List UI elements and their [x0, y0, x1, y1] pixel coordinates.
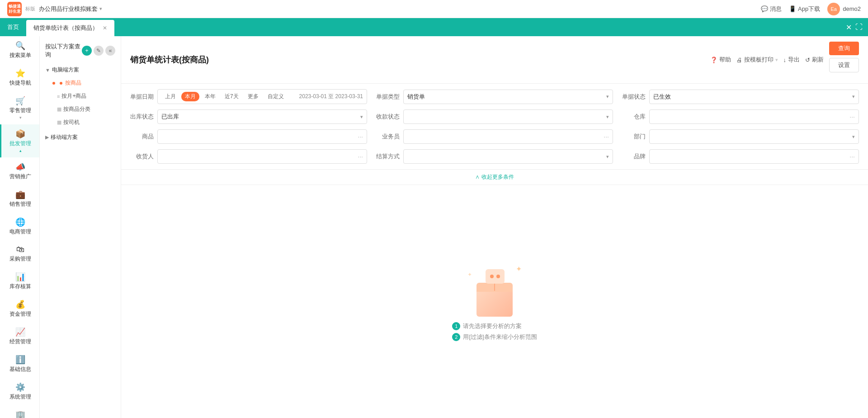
- date-tab-this-month[interactable]: 本月: [181, 92, 199, 101]
- sidebar-item-purchase[interactable]: 🛍 采购管理: [0, 240, 39, 267]
- doc-type-control[interactable]: 销货单 ▾: [403, 90, 613, 104]
- finance-label: 资金管理: [9, 310, 31, 318]
- doc-type-chevron: ▾: [606, 94, 609, 100]
- filter-dept: 部门 ▾: [622, 129, 859, 144]
- brand-dots[interactable]: ···: [849, 153, 855, 160]
- mobile-scheme-group: ▶ 移动端方案: [40, 131, 121, 144]
- purchase-icon: 🛍: [16, 245, 24, 254]
- sparkle-1: ✦: [516, 265, 522, 273]
- refresh-btn[interactable]: ↺ 刷新: [805, 56, 824, 64]
- message-btn[interactable]: 💬 消息: [761, 5, 782, 13]
- desktop-group-label: 电脑端方案: [52, 66, 79, 74]
- settings-button[interactable]: 设置: [829, 58, 859, 72]
- marketing-icon: 📣: [15, 162, 25, 172]
- tab-close-btn[interactable]: ✕: [103, 25, 107, 31]
- app-logo: 畅捷通好生意: [7, 2, 22, 16]
- tab-home[interactable]: 首页: [0, 18, 26, 36]
- dept-control[interactable]: ▾: [649, 129, 859, 144]
- brand-control[interactable]: ···: [649, 149, 859, 164]
- sidebar-item-wholesale[interactable]: 📦 批发管理 ▴: [0, 124, 39, 157]
- warehouse-dots[interactable]: ···: [849, 113, 855, 120]
- print-btn[interactable]: 🖨 按模板打印 ▾: [736, 56, 778, 64]
- app-download-btn[interactable]: 📱 App下载: [789, 5, 820, 13]
- tab-expand-btn[interactable]: ⛶: [855, 23, 863, 31]
- filter-row-1: 单据日期 上月 本月 本年 近7天 更多 自定义 2023-03-01 至 20…: [130, 89, 859, 104]
- retail-label: 零售管理: [9, 107, 31, 114]
- box-top: [476, 283, 513, 292]
- account-dropdown[interactable]: 办公用品行业模拟账套 ▾: [39, 5, 102, 13]
- empty-hint-2: 2 用[过滤]条件来缩小分析范围: [452, 333, 537, 341]
- tab-sales-stats[interactable]: 销货单统计表（按商品） ✕: [26, 20, 114, 36]
- date-tab-custom[interactable]: 自定义: [264, 92, 288, 101]
- tab-close-all-btn[interactable]: ✕: [846, 23, 852, 32]
- filter-row-2: 出库状态 已出库 ▾ 收款状态 ▾: [130, 109, 859, 124]
- scheme-by-cashier[interactable]: ▦ 按司机: [40, 116, 121, 129]
- sales-stats-tab-label: 销货单统计表（按商品）: [33, 24, 98, 32]
- query-button[interactable]: 查询: [829, 42, 859, 55]
- filter-payment-status: 收款状态 ▾: [376, 109, 613, 124]
- desktop-scheme-header[interactable]: ▼ 电脑端方案: [40, 63, 121, 76]
- goods-control[interactable]: ···: [157, 129, 367, 144]
- sales-label: 销售管理: [9, 200, 31, 208]
- doc-status-chevron: ▾: [852, 94, 855, 100]
- marketing-label: 营销推广: [9, 173, 31, 180]
- out-status-control[interactable]: 已出库 ▾: [157, 109, 367, 124]
- scheme-by-category[interactable]: ▦ 按商品分类: [40, 103, 121, 116]
- sidebar-item-system[interactable]: ⚙️ 系统管理: [0, 378, 39, 405]
- scheme-cashier-icon: ▦: [57, 119, 61, 125]
- scheme-by-month-goods[interactable]: ≡ 按月+商品: [40, 90, 121, 103]
- tabbar: 首页 销货单统计表（按商品） ✕ ✕ ⛶: [0, 18, 868, 36]
- date-tab-more[interactable]: 更多: [244, 92, 262, 101]
- sidebar-item-sales[interactable]: 💼 销售管理: [0, 185, 39, 213]
- sidebar-item-ecommerce[interactable]: 🌐 电商管理: [0, 213, 39, 240]
- sidebar-item-marketing[interactable]: 📣 营销推广: [0, 157, 39, 185]
- out-status-value: 已出库: [161, 113, 179, 121]
- sidebar-item-enterprise[interactable]: 🏢 企业协同: [0, 405, 39, 418]
- scheme-by-goods[interactable]: 按商品: [40, 76, 121, 90]
- add-scheme-btn[interactable]: +: [82, 46, 92, 56]
- help-btn[interactable]: ❓ 帮助: [710, 56, 731, 64]
- sidebar-search[interactable]: 🔍 搜索菜单: [0, 36, 39, 64]
- date-control[interactable]: 上月 本月 本年 近7天 更多 自定义 2023-03-01 至 2023-03…: [157, 89, 367, 104]
- sidebar-quick-nav[interactable]: ⭐ 快捷导航: [0, 64, 39, 91]
- filter-recipient: 收货人 ···: [130, 149, 367, 164]
- staff-control[interactable]: ···: [403, 129, 613, 144]
- date-tab-this-year[interactable]: 本年: [201, 92, 219, 101]
- goods-dots[interactable]: ···: [358, 133, 363, 140]
- payment-method-control[interactable]: ▾: [403, 149, 613, 164]
- user-menu[interactable]: Ea demo2: [827, 3, 861, 15]
- sidebar-item-retail[interactable]: 🛒 零售管理 ▾: [0, 91, 39, 124]
- payment-status-control[interactable]: ▾: [403, 109, 613, 124]
- sidebar-item-ops[interactable]: 📈 经营管理: [0, 323, 39, 350]
- export-icon: ↓: [783, 57, 787, 63]
- sidebar-item-basic[interactable]: ℹ️ 基础信息: [0, 350, 39, 378]
- page-header: 销货单统计表(按商品) ❓ 帮助 🖨 按模板打印 ▾ ↓ 导出: [121, 36, 868, 84]
- warehouse-control[interactable]: ···: [649, 109, 859, 124]
- doc-status-control[interactable]: 已生效 ▾: [649, 90, 859, 104]
- system-label: 系统管理: [9, 393, 31, 401]
- collapse-bar[interactable]: ∧ 收起更多条件: [121, 170, 868, 185]
- inventory-icon: 📊: [15, 272, 25, 282]
- ecommerce-label: 电商管理: [9, 228, 31, 236]
- payment-method-label: 结算方式: [376, 152, 403, 161]
- recipient-control[interactable]: ···: [157, 149, 367, 164]
- collapse-label: ∧ 收起更多条件: [475, 174, 514, 180]
- sidebar-item-inventory[interactable]: 📊 库存核算: [0, 267, 39, 295]
- edit-scheme-btn[interactable]: ✎: [94, 46, 104, 56]
- robot-eye-right: [496, 275, 500, 278]
- mobile-scheme-header[interactable]: ▶ 移动端方案: [40, 131, 121, 144]
- empty-state: ✦ ✦ 1 请先选择要分析的方案 2 用[过滤]条件来缩小分析范围: [121, 185, 868, 418]
- date-tab-7days[interactable]: 近7天: [221, 92, 242, 101]
- sidebar-item-finance[interactable]: 💰 资金管理: [0, 295, 39, 323]
- collapse-panel-btn[interactable]: «: [105, 46, 115, 56]
- hint-num-1: 1: [452, 322, 460, 330]
- export-btn[interactable]: ↓ 导出: [783, 56, 800, 64]
- payment-method-chevron: ▾: [606, 154, 609, 160]
- date-tab-last-month[interactable]: 上月: [161, 92, 179, 101]
- finance-icon: 💰: [15, 299, 25, 309]
- staff-dots[interactable]: ···: [604, 133, 609, 140]
- sparkle-2: ✦: [467, 271, 472, 278]
- filter-doc-status: 单据状态 已生效 ▾: [622, 90, 859, 104]
- date-label: 单据日期: [130, 93, 157, 101]
- recipient-dots[interactable]: ···: [358, 153, 363, 160]
